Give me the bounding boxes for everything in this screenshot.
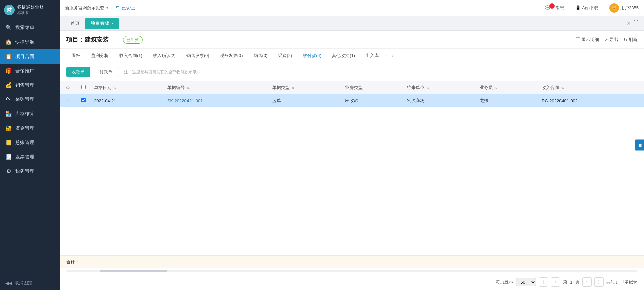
sidebar-item-funds[interactable]: 🔐 资金管理 — [0, 121, 60, 135]
user-menu-btn[interactable]: 🐱 用户3355 — [609, 3, 639, 13]
tax-icon: ⚙ — [5, 168, 12, 174]
subnav-profit[interactable]: 盈利分析 — [86, 49, 114, 63]
current-page: 1 — [570, 280, 572, 285]
tab-close-btn[interactable]: × — [111, 21, 113, 25]
next-page-btn[interactable]: › — [582, 277, 592, 287]
receipt-btn[interactable]: 收款单 — [66, 67, 90, 77]
total-records-info: 共1页，1条记录 — [606, 279, 637, 285]
pagination-bar: 每页显示 50 100 200 ⟨ ‹ 第 1 页 › ⟩ 共1页，1条记录 — [60, 274, 644, 290]
settings-icon[interactable]: ⚙ — [66, 85, 70, 90]
subnav-prev-arrow[interactable]: ‹ — [384, 53, 390, 59]
col-salesman: 业务员 ⇅ — [476, 81, 538, 94]
row-checkbox-cell[interactable] — [76, 94, 90, 107]
show-detail-label: 显示明细 — [582, 37, 599, 43]
user-label: 用户3355 — [620, 5, 639, 11]
user-avatar: 🐱 — [609, 3, 619, 13]
project-more-btn[interactable]: ··· — [114, 36, 119, 43]
salesman-sort-icon[interactable]: ⇅ — [494, 86, 497, 90]
sidebar-item-inventory[interactable]: 🏪 库存核算 — [0, 106, 60, 121]
app-download-label: App下载 — [582, 5, 598, 11]
tab-home[interactable]: 首页 — [65, 18, 85, 29]
prev-page-btn[interactable]: ‹ — [551, 277, 560, 287]
col-checkbox — [76, 81, 90, 94]
subnav-income-contract[interactable]: 收入合同(1) — [114, 49, 148, 63]
col-settings[interactable]: ⚙ — [60, 81, 76, 94]
row-checkbox[interactable] — [81, 98, 86, 102]
subnav-next-arrow[interactable]: › — [390, 53, 395, 59]
sidebar-footer-label: 取消固定 — [15, 280, 32, 286]
project-title: 项目：建筑安装 — [66, 35, 109, 44]
date-sort-icon[interactable]: ⇅ — [113, 86, 116, 90]
subnav-tax-invoice[interactable]: 税务发票(0) — [215, 49, 248, 63]
topbar: 新服务官网演示账套 ▾ | 🛡 已认证 💬 1 消息 📱 App下载 🐱 用户 — [60, 0, 644, 16]
last-page-btn[interactable]: ⟩ — [594, 277, 604, 287]
subnav-sales[interactable]: 销售(0) — [248, 49, 273, 63]
scrollbar-track[interactable] — [66, 270, 637, 272]
content-panel: 项目：建筑安装 ··· 已生效 显示明细 ↗ 导出 ↻ 刷新 — [60, 31, 644, 290]
project-header: 项目：建筑安装 ··· 已生效 显示明细 ↗ 导出 ↻ 刷新 — [60, 31, 644, 49]
sidebar-item-label: 营销推广 — [15, 68, 34, 74]
sidebar: 财 畅捷通好业财 标准版 🔍 搜索菜单 🏠 快捷导航 📋 项目合同 🎁 营销推广… — [0, 0, 60, 290]
export-btn[interactable]: ↗ 导出 — [604, 37, 618, 43]
subnav-kanban[interactable]: 看板 — [66, 49, 86, 63]
subnav-receipt[interactable]: 收付款(4) — [298, 49, 327, 63]
scrollbar-thumb[interactable] — [100, 270, 167, 272]
invoice-icon: 🧾 — [5, 154, 12, 160]
search-icon: 🔍 — [5, 24, 12, 31]
contract-sort-icon[interactable]: ⇅ — [561, 86, 564, 90]
app-download-btn[interactable]: 📱 App下载 — [575, 5, 598, 11]
subnav-other-expense[interactable]: 其他收支(1) — [327, 49, 360, 63]
sidebar-item-search[interactable]: 🔍 搜索菜单 — [0, 20, 60, 35]
account-dropdown-btn[interactable]: ▾ — [106, 6, 108, 10]
col-type: 单据类型 ⇅ — [268, 81, 341, 94]
total-label: 合计： — [66, 259, 79, 265]
tab-controls: ✕ ⛶ — [626, 20, 639, 26]
tab-project-board-label: 项目看板 — [91, 20, 109, 26]
tab-project-board[interactable]: 项目看板 × — [85, 18, 119, 29]
select-all-checkbox[interactable] — [81, 85, 86, 89]
row-number-link[interactable]: SK-20220421-001 — [167, 98, 203, 103]
table-row[interactable]: 1 2022-04-21 SK-20220421-001 蓝单 应收款 宏茂商场… — [60, 94, 644, 107]
right-float-btn[interactable]: 📋 — [635, 140, 644, 151]
first-page-btn[interactable]: ⟨ — [539, 277, 548, 287]
sidebar-header: 财 畅捷通好业财 标准版 — [0, 0, 60, 20]
message-badge: 1 — [549, 3, 555, 9]
horizontal-scrollbar-area — [60, 268, 644, 274]
tabs-bar: 首页 项目看板 × ✕ ⛶ — [60, 16, 644, 31]
subnav-purchase[interactable]: 采购(2) — [273, 49, 298, 63]
type-sort-icon[interactable]: ⇅ — [292, 86, 294, 90]
payment-btn[interactable]: 付款单 — [94, 67, 118, 77]
message-btn[interactable]: 💬 1 消息 — [545, 5, 564, 11]
sidebar-item-invoice[interactable]: 🧾 发票管理 — [0, 150, 60, 164]
refresh-btn[interactable]: ↻ 刷新 — [624, 37, 637, 43]
sidebar-item-tax[interactable]: ⚙ 税务管理 — [0, 164, 60, 178]
subnav-in-out[interactable]: 出入库 — [360, 49, 384, 63]
per-page-select[interactable]: 50 100 200 — [516, 278, 536, 286]
sidebar-item-label: 资金管理 — [15, 125, 34, 131]
sidebar-item-quicknav[interactable]: 🏠 快捷导航 — [0, 35, 60, 49]
sidebar-item-label: 库存核算 — [15, 111, 34, 117]
number-sort-icon[interactable]: ⇅ — [187, 86, 190, 90]
sidebar-item-ledger[interactable]: 📒 总账管理 — [0, 135, 60, 150]
sidebar-footer-unpin[interactable]: ◀◀ 取消固定 — [0, 276, 60, 290]
subnav-sales-invoice[interactable]: 销售发票(0) — [181, 49, 215, 63]
refresh-label: 刷新 — [629, 37, 637, 43]
ledger-icon: 📒 — [5, 139, 12, 146]
show-detail-toggle[interactable]: 显示明细 — [576, 37, 599, 43]
row-number[interactable]: SK-20220421-001 — [163, 94, 268, 107]
sidebar-item-purchase[interactable]: 🛍 采购管理 — [0, 92, 60, 106]
topbar-left: 新服务官网演示账套 ▾ | 🛡 已认证 — [65, 5, 545, 11]
content-toolbar: 收款单 付款单 注：这里是与项目关联的全部收付款单哦～ — [60, 63, 644, 81]
sidebar-item-project-contract[interactable]: 📋 项目合同 — [0, 49, 60, 64]
subnav-income-confirm[interactable]: 收入确认(2) — [148, 49, 181, 63]
sidebar-item-sales[interactable]: 💰 销售管理 — [0, 78, 60, 92]
col-partner: 往来单位 ⇅ — [403, 81, 476, 94]
shield-icon: 🛡 — [116, 5, 120, 10]
sidebar-item-marketing[interactable]: 🎁 营销推广 — [0, 64, 60, 78]
per-page-label: 每页显示 — [496, 279, 513, 285]
tab-maximize-btn[interactable]: ⛶ — [633, 20, 639, 26]
show-detail-checkbox[interactable] — [576, 37, 580, 42]
partner-sort-icon[interactable]: ⇅ — [426, 86, 429, 90]
inventory-icon: 🏪 — [5, 111, 12, 117]
tab-close-window-btn[interactable]: ✕ — [626, 20, 631, 26]
